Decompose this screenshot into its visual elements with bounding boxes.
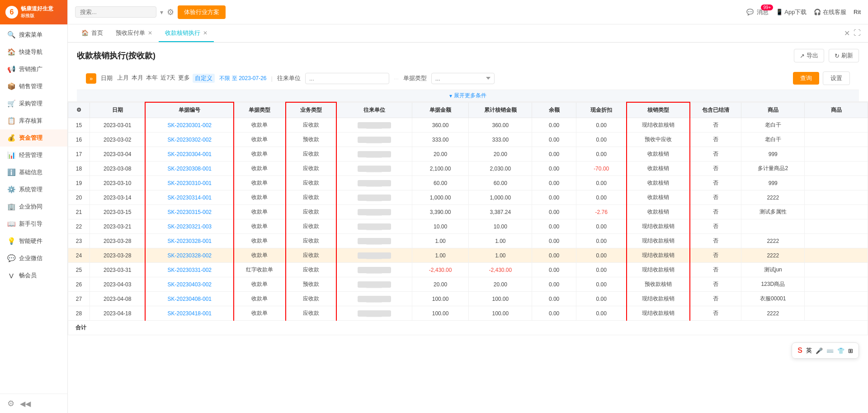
sidebar-item-purchase-mgmt[interactable]: 🛒 采购管理 [0,95,67,112]
date-this-year[interactable]: 本年 [146,74,158,83]
cell-amount: 333.00 [412,133,469,147]
doc-no-link[interactable]: SK-20230321-003 [168,223,212,230]
cell-date: 2023-03-04 [90,147,146,161]
keyboard-icon[interactable]: ⌨️ [826,347,834,354]
sidebar-item-search-menu[interactable]: 🔍 搜索菜单 [0,26,67,43]
cell-cash-discount: 0.00 [576,190,627,205]
table-row: 15 2023-03-01 SK-20230301-002 收款单 应收款 ██… [68,118,868,133]
date-last-month[interactable]: 上月 [117,74,129,83]
nav-label-marketing: 营销推广 [19,65,42,73]
cell-partner: ████ [336,176,412,190]
cell-cash-discount: 0.00 [576,219,627,234]
cell-cancel-type: 收款核销 [627,205,690,219]
cell-include-cleared: 否 [690,118,741,133]
cell-amount: 1,000.00 [412,190,469,205]
doc-no-link[interactable]: SK-20230304-001 [168,151,212,157]
cell-no: 23 [68,234,90,248]
sidebar-item-operations[interactable]: 📊 经营管理 [0,147,67,164]
settings-gear-icon[interactable]: ⚙ [167,7,174,17]
cell-doc-type: 收款单 [234,190,286,205]
sidebar-item-enterprise[interactable]: 🏢 企业协同 [0,198,67,215]
doc-no-link[interactable]: SK-20230310-001 [168,180,212,186]
sidebar-item-finance[interactable]: 💰 资金管理 [0,129,67,147]
doc-no-link[interactable]: SK-20230315-002 [168,209,212,215]
export-button[interactable]: ↗ 导出 [794,49,824,62]
mic-icon[interactable]: 🎤 [816,347,823,354]
grid-icon[interactable]: ⊞ [848,347,853,354]
doc-no-link[interactable]: SK-20230328-002 [168,252,212,259]
tab-collection-exec[interactable]: 收款核销执行 ✕ [159,24,214,42]
s-logo-icon: S [797,347,802,355]
collapse-icon[interactable]: ◀◀ [20,399,31,408]
table-row: 22 2023-03-21 SK-20230321-003 收款单 应收款 ██… [68,219,868,234]
cell-cumulative: 20.00 [469,277,532,292]
messages-badge[interactable]: 💬 99+ 消息 [746,8,769,16]
online-service-link[interactable]: 🎧 在线客服 [814,8,846,16]
date-this-month[interactable]: 本月 [132,74,143,83]
industry-solution-button[interactable]: 体验行业方案 [178,5,226,19]
nav-icon-basic-info: ℹ️ [7,168,15,176]
sidebar-item-smart-hw[interactable]: 💡 智能硬件 [0,233,67,250]
settings-icon[interactable]: ⚙ [7,399,14,408]
doc-no-link[interactable]: SK-20230302-002 [168,137,212,143]
search-input[interactable] [75,6,156,18]
sidebar-item-marketing[interactable]: 📢 营销推广 [0,61,67,78]
doc-no-link[interactable]: SK-20230331-002 [168,267,212,273]
doc-no-link[interactable]: SK-20230301-002 [168,122,212,128]
app-download-link[interactable]: 📱 App下载 [776,8,807,16]
cell-doc-type: 收款单 [234,176,286,190]
cell-partner: ████ [336,292,412,306]
tab-home[interactable]: 🏠 首页 [75,24,109,42]
col-date: 日期 [90,102,146,118]
close-window-icon[interactable]: ✕ [844,29,850,38]
tab-collection-label: 收款核销执行 [165,29,200,37]
maximize-icon[interactable]: ⛶ [854,29,861,38]
tab-prepay-order[interactable]: 预收应付单 ✕ [109,24,159,42]
date-more[interactable]: 更多 [178,74,190,83]
doc-no-link[interactable]: SK-20230314-001 [168,195,212,201]
cell-date: 2023-03-10 [90,176,146,190]
doc-type-select[interactable]: ... [431,73,495,84]
page-actions: ↗ 导出 ↻ 刷新 [794,49,859,62]
cell-cash-discount: 0.00 [576,248,627,263]
tab-collection-close-icon[interactable]: ✕ [203,30,208,36]
cell-cumulative: 100.00 [469,292,532,306]
sidebar-item-system[interactable]: ⚙️ 系统管理 [0,181,67,198]
nav-label-operations: 经营管理 [19,151,42,159]
expand-more-bar[interactable]: ▾ 展开更多条件 [77,90,859,101]
query-button[interactable]: 查询 [793,72,819,85]
sidebar-item-basic-info[interactable]: ℹ️ 基础信息 [0,164,67,181]
sidebar-item-quick-nav[interactable]: 🏠 快捷导航 [0,43,67,61]
chinese-input-label[interactable]: 英 [806,347,812,355]
expand-label: 展开更多条件 [454,92,486,100]
cell-amount: 2,100.00 [412,161,469,176]
col-gear[interactable]: ⚙ [68,102,90,118]
cell-doc-type: 收款单 [234,161,286,176]
doc-no-link[interactable]: SK-20230403-002 [168,281,212,288]
doc-no-link[interactable]: SK-20230418-001 [168,310,212,317]
filter-toggle-button[interactable]: » [86,73,96,84]
doc-no-link[interactable]: SK-20230308-001 [168,166,212,172]
sidebar-item-member[interactable]: V 畅会员 [0,267,67,284]
refresh-button[interactable]: ↻ 刷新 [829,49,859,62]
cell-doc-no: SK-20230331-002 [145,263,234,277]
tab-prepay-close-icon[interactable]: ✕ [148,30,152,36]
cell-no: 22 [68,219,90,234]
doc-no-link[interactable]: SK-20230328-001 [168,238,212,244]
sidebar-item-sales-mgmt[interactable]: 📦 销售管理 [0,78,67,95]
doc-no-link[interactable]: SK-20230408-001 [168,296,212,302]
cell-no: 19 [68,176,90,190]
sidebar-item-guide[interactable]: 📖 新手引导 [0,215,67,233]
partner-input[interactable] [305,73,389,84]
date-custom[interactable]: 自定义 [193,74,215,83]
date-last-7days[interactable]: 近7天 [160,74,175,83]
setting-button[interactable]: 设置 [823,71,850,85]
table-row: 18 2023-03-08 SK-20230308-001 收款单 应收款 ██… [68,161,868,176]
dropdown-arrow[interactable]: ▾ [160,9,163,16]
table-area: ⚙ 日期 单据编号 单据类型 业务类型 往来单位 单据金额 累计核销金额 余额 … [68,102,868,413]
sidebar-item-inventory[interactable]: 📋 库存核算 [0,112,67,129]
shirt-icon[interactable]: 👕 [837,347,844,354]
cell-cancel-type: 现结收款核销 [627,263,690,277]
sidebar-item-wechat[interactable]: 💬 企业微信 [0,250,67,267]
cell-cumulative: 2,030.00 [469,161,532,176]
